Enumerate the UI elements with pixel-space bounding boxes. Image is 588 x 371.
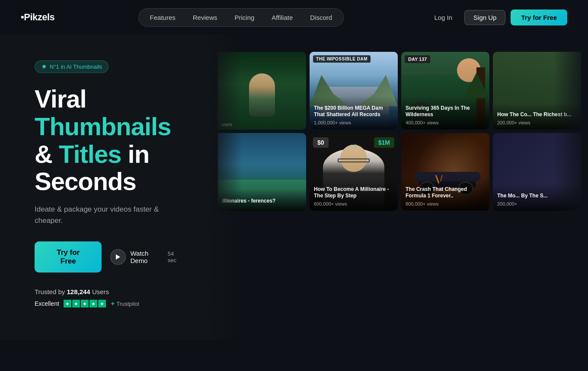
thumb-views: 200,000+ views (497, 120, 577, 125)
navbar: •Pikzels Features Reviews Pricing Affili… (0, 0, 588, 35)
thumbnail-card[interactable]: illionaires - ferences? (218, 133, 306, 211)
thumbnail-card[interactable]: The Crash That Changed Formula 1 Forever… (401, 133, 489, 211)
thumb-views: 600,000+ views (314, 201, 393, 206)
signup-button[interactable]: Sign Up (464, 10, 505, 25)
thumb-overlay: How To Become A Millionaire - The Step B… (310, 178, 398, 211)
star-4: ★ (89, 300, 97, 308)
nav-reviews[interactable]: Reviews (185, 11, 225, 24)
trustpilot-row: Excellent ★ ★ ★ ★ ★ ✦ Trustpilot (35, 300, 182, 308)
thumb-overlay: illionaires - ferences? (218, 189, 306, 211)
thumbnail-grid: users THE IMPOSSIBLE DAM (208, 35, 588, 340)
trust-section: Trusted by 128,244 Users Excellent ★ ★ ★… (35, 288, 182, 308)
hero-subtitle: Ideate & package your videos faster & ch… (35, 204, 182, 226)
watch-demo-button[interactable]: Watch Demo 54 sec (110, 249, 182, 265)
hero-badge: N°1 in AI Thumbnails (35, 60, 109, 73)
thumb-views: 400,000+ views (406, 120, 485, 125)
thumbnail-card[interactable]: users (218, 52, 306, 130)
cta-row: Try for Free Watch Demo 54 sec (35, 241, 182, 273)
thumbnail-card[interactable]: THE IMPOSSIBLE DAM The $200 Billion MEGA… (310, 52, 398, 130)
thumb-title: How The Co... The Richest b... (497, 111, 577, 118)
thumb-title: Surviving 365 Days In The Wilderness (406, 105, 485, 118)
thumb-overlay: Surviving 365 Days In The Wilderness 400… (401, 96, 489, 130)
thumbnail-card[interactable]: The Mo... By The S... 200,000+ (493, 133, 581, 211)
thumb-views: 1,000,000+ views (314, 120, 393, 125)
nav-affiliate[interactable]: Affiliate (264, 11, 300, 24)
logo: •Pikzels (21, 12, 54, 23)
try-free-hero-button[interactable]: Try for Free (35, 241, 102, 273)
thumb-views: 800,000+ views (406, 201, 485, 206)
thumbnail-grid-container: users THE IMPOSSIBLE DAM (208, 35, 588, 340)
play-icon (110, 249, 126, 265)
trustpilot-label: ✦ Trustpilot (110, 301, 139, 307)
thumb-tag: THE IMPOSSIBLE DAM (313, 55, 371, 63)
thumb-overlay: The $200 Billion MEGA Dam That Shattered… (310, 96, 398, 130)
nav-pricing[interactable]: Pricing (227, 11, 262, 24)
star-3: ★ (81, 300, 89, 308)
star-1: ★ (64, 300, 71, 308)
thumb-tag: DAY 137 (405, 55, 430, 63)
nav-discord[interactable]: Discord (302, 11, 340, 24)
thumb-title: The Crash That Changed Formula 1 Forever… (406, 186, 485, 200)
thumb-overlay: How The Co... The Richest b... 200,000+ … (493, 103, 581, 130)
hero-content: N°1 in AI Thumbnails Viral Thumbnails & … (0, 35, 208, 340)
hero-title: Viral Thumbnails & Titles in Seconds (35, 85, 182, 195)
star-icon (41, 64, 47, 70)
thumb-title: How To Become A Millionaire - The Step B… (314, 186, 393, 200)
stats-section: Videos Packaged with Pikzels: 535,783+ S… (0, 340, 588, 371)
nav-features[interactable]: Features (142, 11, 183, 24)
try-free-nav-button[interactable]: Try for Free (511, 10, 567, 25)
login-button[interactable]: Log In (427, 10, 459, 25)
thumb-overlay: The Crash That Changed Formula 1 Forever… (401, 178, 489, 211)
hero-section: N°1 in AI Thumbnails Viral Thumbnails & … (0, 35, 588, 340)
star-5: ★ (98, 300, 106, 308)
star-2: ★ (72, 300, 80, 308)
nav-actions: Log In Sign Up Try for Free (427, 10, 567, 25)
thumb-title: The Mo... By The S... (497, 193, 577, 200)
star-rating: ★ ★ ★ ★ ★ (64, 300, 106, 308)
thumb-views: 200,000+ (497, 201, 577, 206)
nav-links: Features Reviews Pricing Affiliate Disco… (138, 8, 344, 27)
thumbnail-card[interactable]: How The Co... The Richest b... 200,000+ … (493, 52, 581, 130)
thumb-overlay: The Mo... By The S... 200,000+ (493, 184, 581, 211)
thumb-title: illionaires - ferences? (222, 198, 302, 205)
thumbnail-card[interactable]: DAY 137 Surviving 365 Days In The Wilder… (401, 52, 489, 130)
thumbnail-card[interactable]: $0 → $1M How To Become A Millionaire - T… (310, 133, 398, 211)
thumb-title: The $200 Billion MEGA Dam That Shattered… (314, 105, 393, 118)
trust-text: Trusted by 128,244 Users (35, 288, 182, 295)
